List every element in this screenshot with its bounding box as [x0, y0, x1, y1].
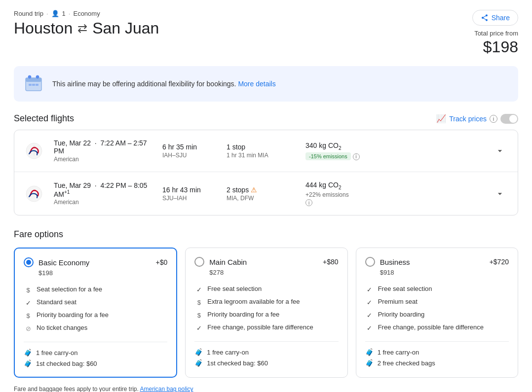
- fare-feature: $ Priority boarding for a fee: [194, 309, 338, 321]
- fare-radio-business[interactable]: [365, 257, 375, 267]
- bag-policy-link[interactable]: American bag policy: [140, 386, 193, 392]
- fare-feature: ✓ Free change, possible fare difference: [365, 321, 509, 334]
- track-prices-toggle[interactable]: [500, 114, 518, 124]
- fare-feature: ⊘ No ticket changes: [24, 322, 167, 335]
- feature-text: Free change, possible fare difference: [378, 323, 484, 331]
- share-button[interactable]: Share: [472, 10, 518, 26]
- person-icon: 👤: [51, 10, 59, 17]
- airline-logo: [24, 141, 44, 161]
- dollar-icon: $: [194, 311, 203, 320]
- total-price-label: Total price from: [472, 30, 518, 37]
- fare-feature: ✓ Premium seat: [365, 296, 509, 309]
- flight-1-date: Tue, Mar 22: [54, 139, 91, 147]
- header-left: Round trip · 👤 1 · Economy Houston ⇄ San…: [14, 10, 159, 37]
- fare-name-main: Main Cabin: [209, 258, 247, 266]
- fare-cards-container: Basic Economy +$0 $198 $ Seat selection …: [14, 248, 518, 378]
- fare-feature: $ Extra legroom available for a fee: [194, 296, 338, 309]
- american-airlines-logo-2: [25, 185, 43, 203]
- cabin-class: Economy: [73, 10, 100, 17]
- flight-1-stops-detail: 1 hr 31 min MIA: [227, 152, 296, 159]
- fare-baggage-main: 🧳 1 free carry-on 🧳 1st checked bag: $60: [194, 347, 338, 368]
- check-icon: ✓: [24, 298, 33, 307]
- check-icon: ✓: [365, 323, 374, 332]
- fare-features-business: ✓ Free seat selection ✓ Premium seat ✓ P…: [365, 283, 509, 334]
- flight-2-info: Tue, Mar 29 · 4:22 PM – 8:05 AM+1 Americ…: [54, 181, 152, 206]
- trending-icon: 📈: [436, 114, 446, 123]
- feature-text: Free seat selection: [378, 285, 432, 292]
- svg-rect-5: [32, 84, 35, 86]
- fare-bag-item: 🧳 1st checked bag: $60: [24, 358, 167, 369]
- feature-text: Free seat selection: [207, 285, 262, 292]
- header-right: Share Total price from $198: [472, 10, 518, 56]
- fare-divider: [24, 342, 167, 342]
- flexibility-text: This airline may be offering additional …: [52, 80, 276, 88]
- flight-2-route: SJU–IAH: [162, 195, 217, 202]
- fare-card-main-header: Main Cabin +$80: [194, 257, 338, 267]
- flight-2-offset: +1: [64, 189, 70, 195]
- svg-point-3: [36, 75, 39, 78]
- flight-2-stops-detail: MIA, DFW: [227, 195, 296, 202]
- fare-bag-item: 🧳 1 free carry-on: [194, 347, 338, 357]
- fare-name-row: Basic Economy: [24, 257, 89, 267]
- flight-2-stops-label: 2 stops ⚠: [227, 186, 296, 194]
- feature-text: Free change, possible fare difference: [207, 323, 313, 331]
- emissions-info-icon-1[interactable]: i: [353, 153, 360, 160]
- check-icon: ✓: [365, 298, 374, 307]
- fare-features-basic: $ Seat selection for a fee ✓ Standard se…: [24, 284, 167, 335]
- emissions-info-icon-2[interactable]: i: [305, 199, 312, 206]
- track-prices-link[interactable]: Track prices: [449, 115, 487, 123]
- flight-2-expand-button[interactable]: [492, 186, 508, 202]
- fare-radio-basic[interactable]: [24, 257, 34, 267]
- svg-rect-6: [36, 84, 38, 86]
- bag-text: 1 free carry-on: [36, 349, 78, 356]
- bag-text: 1 free carry-on: [207, 349, 249, 356]
- flight-2-emissions-value: 444 kg CO2: [305, 181, 482, 190]
- check-icon: ✓: [194, 323, 203, 332]
- flight-2-airline: American: [54, 199, 152, 206]
- fare-radio-main[interactable]: [194, 257, 204, 267]
- flight-1-duration-time: 6 hr 35 min: [162, 143, 217, 151]
- total-price-value: $198: [472, 38, 518, 56]
- track-prices-info-icon[interactable]: i: [490, 115, 497, 123]
- svg-point-2: [28, 75, 31, 78]
- fare-name-basic: Basic Economy: [38, 258, 89, 267]
- flight-2-emissions: 444 kg CO2 +22% emissions i: [305, 181, 482, 206]
- footer-note: Fare and baggage fees apply to your enti…: [14, 386, 518, 392]
- dot2: ·: [69, 10, 71, 17]
- flexibility-icon: [23, 73, 44, 95]
- passengers: 1: [62, 10, 66, 17]
- flight-2-duration: 16 hr 43 min SJU–IAH: [162, 186, 217, 202]
- flight-1-stops: 1 stop 1 hr 31 min MIA: [227, 143, 296, 159]
- track-prices-area: 📈 Track prices i: [436, 114, 518, 124]
- fare-feature: ✓ Priority boarding: [365, 309, 509, 321]
- fare-name-business: Business: [380, 258, 410, 266]
- fare-card-business[interactable]: Business +$720 $918 ✓ Free seat selectio…: [356, 248, 518, 378]
- fare-price-business: $918: [365, 269, 509, 276]
- feature-text: Priority boarding: [378, 311, 425, 318]
- warning-icon: ⚠: [251, 186, 257, 194]
- flight-1-expand-button[interactable]: [492, 143, 508, 159]
- bag-text: 1st checked bag: $60: [207, 359, 268, 367]
- dollar-icon: $: [24, 311, 33, 320]
- flexibility-more-details-link[interactable]: More details: [238, 80, 275, 88]
- fare-price-main: $278: [194, 269, 338, 276]
- flight-2-emissions-note: +22% emissions: [305, 191, 482, 198]
- feature-text: Priority boarding for a fee: [37, 311, 109, 319]
- checked-bag-icon: 🧳: [24, 359, 32, 367]
- flight-1-datetime: Tue, Mar 22 · 7:22 AM – 2:57 PM: [54, 139, 152, 155]
- fare-bag-item: 🧳 1st checked bag: $60: [194, 357, 338, 368]
- fare-feature: $ Seat selection for a fee: [24, 284, 167, 296]
- fare-card-basic-economy[interactable]: Basic Economy +$0 $198 $ Seat selection …: [14, 248, 177, 378]
- feature-text: No ticket changes: [37, 324, 87, 331]
- chevron-down-icon: [495, 146, 505, 156]
- check-icon: ✓: [365, 285, 374, 294]
- fare-card-main-cabin[interactable]: Main Cabin +$80 $278 ✓ Free seat selecti…: [185, 248, 347, 378]
- check-icon: ✓: [365, 311, 374, 320]
- flight-1-info: Tue, Mar 22 · 7:22 AM – 2:57 PM American: [54, 139, 152, 163]
- trip-type: Round trip: [14, 10, 43, 17]
- feature-text: Standard seat: [37, 298, 76, 306]
- flight-row: Tue, Mar 22 · 7:22 AM – 2:57 PM American…: [14, 130, 518, 172]
- fare-feature: ✓ Standard seat: [24, 296, 167, 309]
- fare-bag-item: 🧳 2 free checked bags: [365, 357, 509, 368]
- route-arrow-icon: ⇄: [77, 22, 87, 36]
